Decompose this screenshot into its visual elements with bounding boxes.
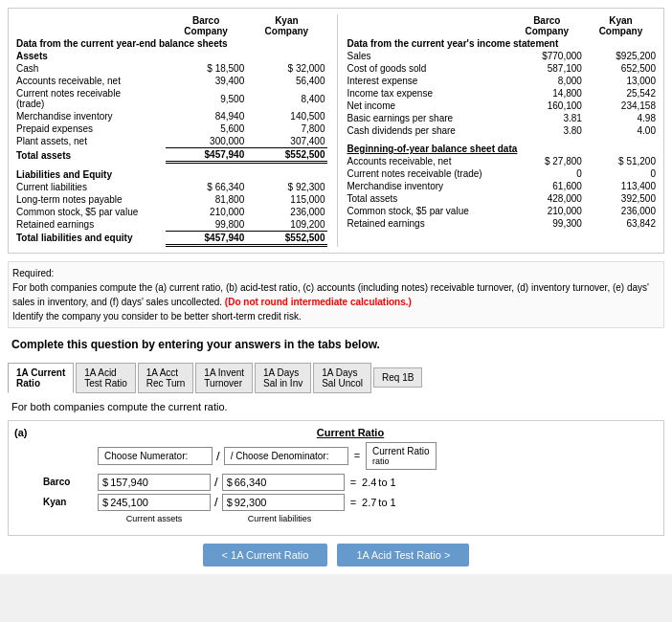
left-header-barco: BarcoCompany — [166, 14, 246, 37]
table-row: Accounts receivable, net $ 27,800 $ 51,2… — [346, 155, 659, 167]
requirements-section: Required: For both companies compute the… — [8, 261, 664, 328]
cr-result-label: Current Ratio — [372, 446, 429, 456]
table-row: Income tax expense 14,800 25,542 — [346, 87, 659, 100]
table-row: Current liabilities $ 66,340 $ 92,300 — [14, 181, 327, 193]
current-ratio-title: Current Ratio — [43, 427, 658, 438]
choose-denominator-dropdown[interactable]: / Choose Denominator: — [224, 447, 348, 465]
company-kyan-label: Kyan — [43, 497, 96, 507]
financial-tables: BarcoCompany KyanCompany Data from the c… — [8, 8, 664, 254]
nav-buttons: < 1A Current Ratio 1A Acid Test Ratio > — [8, 544, 664, 566]
table-row: Cash dividends per share 3.80 4.00 — [346, 124, 659, 137]
barco-eq: = — [347, 477, 360, 488]
barco-numerator-label: Current assets — [98, 514, 211, 523]
barco-ratio-value: 2.4 — [362, 477, 376, 488]
balance-sheet-title: Data from the current year-end balance s… — [14, 37, 327, 50]
table-row: Retained earnings 99,300 63,842 — [346, 217, 659, 230]
barco-to1: to 1 — [378, 477, 395, 488]
barco-denom-dollar: $ — [227, 477, 233, 488]
table-row: Basic earnings per share 3.81 4.98 — [346, 112, 659, 124]
barco-numerator-box: $ 157,940 — [98, 474, 211, 491]
barco-dollar-sign: $ — [102, 477, 108, 488]
kyan-numerator-box: $ 245,100 — [98, 494, 211, 511]
kyan-result: 2.7 to 1 — [362, 497, 396, 508]
table-row: Prepaid expenses 5,600 7,800 — [14, 122, 327, 135]
slash-icon: / — [214, 449, 222, 463]
beginning-title: Beginning-of-year balance sheet data — [346, 143, 659, 155]
equals-header: = — [350, 450, 364, 461]
table-row-total-assets: Total assets $457,940 $552,500 — [14, 148, 327, 163]
left-table: BarcoCompany KyanCompany Data from the c… — [14, 14, 327, 247]
kyan-denominator-box: $ 92,300 — [222, 494, 345, 511]
current-ratio-result-header: Current Ratio ratio — [366, 442, 436, 470]
kyan-slash: / — [213, 495, 220, 509]
barco-numerator-value: 157,940 — [110, 477, 148, 488]
table-row: Common stock, $5 par value 210,000 236,0… — [14, 206, 327, 218]
table-row: Merchandise inventory 61,600 113,400 — [346, 180, 659, 192]
left-header-kyan: KyanCompany — [246, 14, 326, 37]
answer-section: (a) Current Ratio Choose Numerator: / / … — [8, 420, 664, 536]
table-row: Total assets 428,000 392,500 — [346, 192, 659, 205]
kyan-denom-dollar: $ — [227, 497, 233, 508]
table-row: Current notes receivable (trade) 0 0 — [346, 167, 659, 180]
tab-req1b[interactable]: Req 1B — [373, 367, 422, 388]
requirements-text-identify: Identify the company you consider to be … — [12, 311, 302, 322]
table-row: Plant assets, net 300,000 307,400 — [14, 135, 327, 148]
income-title: Data from the current year's income stat… — [346, 37, 659, 50]
table-row: Long-term notes payable 81,800 115,000 — [14, 193, 327, 206]
table-row: Merchandise inventory 84,940 140,500 — [14, 110, 327, 122]
kyan-eq: = — [347, 497, 360, 508]
barco-denominator-box: $ 66,340 — [222, 474, 345, 491]
table-row: Cost of goods sold 587,100 652,500 — [346, 62, 659, 75]
cr-sub-label: ratio — [372, 456, 429, 466]
requirements-highlight: (Do not round intermediate calculations.… — [225, 297, 412, 307]
barco-denominator-label-text: Current liabilities — [218, 514, 341, 523]
kyan-to1: to 1 — [378, 497, 395, 508]
tab-1a-current-ratio[interactable]: 1A CurrentRatio — [8, 363, 74, 393]
table-row: Cash $ 18,500 $ 32,000 — [14, 62, 327, 75]
kyan-numerator-value: 245,100 — [110, 497, 148, 508]
section-label: (a) — [14, 427, 35, 438]
required-label: Required: — [12, 268, 54, 278]
table-row: Retained earnings 99,800 109,200 — [14, 218, 327, 232]
barco-slash: / — [213, 475, 220, 489]
table-row: Current notes receivable(trade) 9,500 8,… — [14, 87, 327, 110]
tabs-container: 1A CurrentRatio 1A AcidTest Ratio 1A Acc… — [8, 363, 664, 393]
barco-denom-value: 66,340 — [235, 477, 267, 488]
company-barco-label: Barco — [43, 477, 96, 487]
table-row: Sales $770,000 $925,200 — [346, 50, 659, 62]
choose-numerator-dropdown[interactable]: Choose Numerator: — [98, 447, 213, 465]
table-row: Accounts receivable, net 39,400 56,400 — [14, 75, 327, 87]
tab-1a-invent-turnover[interactable]: 1A InventTurnover — [195, 363, 253, 393]
kyan-ratio-value: 2.7 — [362, 497, 376, 508]
table-row: Net income 160,100 234,158 — [346, 100, 659, 112]
kyan-dollar-sign: $ — [102, 497, 108, 508]
table-row-total-liabilities: Total liabilities and equity $457,940 $5… — [14, 231, 327, 245]
right-header-barco: BarcoCompany — [510, 14, 584, 37]
prev-button[interactable]: < 1A Current Ratio — [203, 544, 328, 566]
tab-1a-acid-test[interactable]: 1A AcidTest Ratio — [76, 363, 135, 393]
kyan-denom-value: 92,300 — [235, 497, 267, 508]
barco-result: 2.4 to 1 — [362, 477, 396, 488]
tab-1a-days-sal-inv[interactable]: 1A DaysSal in Inv — [255, 363, 311, 393]
tab-1a-days-sal-uncol[interactable]: 1A DaysSal Uncol — [313, 363, 371, 393]
liabilities-title: Liabilities and Equity — [14, 168, 327, 181]
table-row: Interest expense 8,000 13,000 — [346, 75, 659, 87]
table-row: Common stock, $5 par value 210,000 236,0… — [346, 205, 659, 217]
complete-instruction: Complete this question by entering your … — [8, 334, 664, 355]
question-text: For both companies compute the current r… — [8, 401, 664, 412]
right-header-kyan: KyanCompany — [584, 14, 658, 37]
tab-1a-acct-rec-turn[interactable]: 1A AcctRec Turn — [138, 363, 194, 393]
right-table: BarcoCompany KyanCompany Data from the c… — [337, 14, 659, 247]
assets-title: Assets — [14, 50, 166, 62]
next-button[interactable]: 1A Acid Test Ratio > — [337, 544, 469, 566]
